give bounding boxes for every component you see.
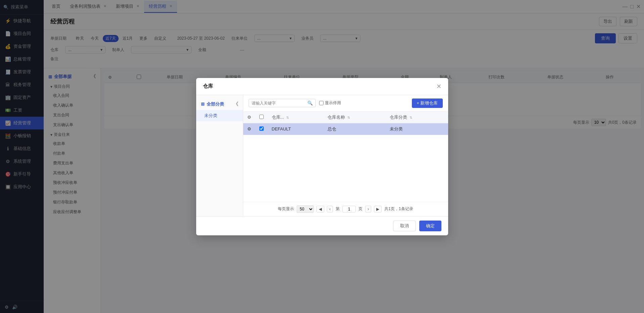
collapse-modal-left[interactable]: 《 bbox=[233, 101, 238, 107]
modal-table-wrap: ⚙ 仓库... ⇅ 仓库名称 ⇅ 仓库分类 bbox=[243, 112, 448, 202]
modal-col-category: 仓库分类 ⇅ bbox=[386, 112, 448, 123]
modal-per-page-select[interactable]: 5020100 bbox=[297, 205, 314, 213]
modal-code-label: 仓库... bbox=[272, 115, 284, 120]
modal-page-label: 第 bbox=[336, 206, 340, 212]
table-row[interactable]: ⚙ DEFAULT 总仓 未分类 bbox=[243, 123, 448, 135]
modal-search-input[interactable] bbox=[252, 101, 307, 106]
modal-search-wrap: 🔍 bbox=[249, 99, 316, 107]
modal-pagination: 每页显示 5020100 ◀ ‹ 第 页 › ▶ 共1页，1条记录 bbox=[243, 202, 448, 216]
modal-close-button[interactable]: ✕ bbox=[436, 83, 441, 90]
modal-category-label: 仓库分类 bbox=[390, 115, 407, 120]
modal-next-page[interactable]: › bbox=[365, 206, 371, 212]
modal-name-label: 仓库名称 bbox=[328, 115, 345, 120]
modal-toolbar: 🔍 显示停用 + 新增仓库 bbox=[243, 95, 448, 112]
modal-body: ⊞ 全部分类 《 未分类 🔍 显示停用 + 新增仓库 bbox=[196, 95, 448, 216]
modal-col-checkbox[interactable] bbox=[255, 112, 268, 123]
row-code: DEFAULT bbox=[268, 123, 324, 135]
modal-left-panel: ⊞ 全部分类 《 未分类 bbox=[196, 95, 243, 216]
modal-col-settings[interactable]: ⚙ bbox=[243, 112, 255, 123]
warehouse-modal: 仓库 ✕ ⊞ 全部分类 《 未分类 🔍 显示停用 bbox=[196, 78, 448, 235]
modal-title: 仓库 bbox=[203, 83, 213, 89]
row-checkbox[interactable] bbox=[255, 123, 268, 135]
sort-icon-category: ⇅ bbox=[410, 116, 412, 119]
modal-page-suffix: 页 bbox=[358, 206, 362, 212]
confirm-button[interactable]: 确定 bbox=[419, 221, 441, 231]
modal-first-page[interactable]: ◀ bbox=[316, 206, 324, 212]
modal-right-panel: 🔍 显示停用 + 新增仓库 ⚙ 仓库... bbox=[243, 95, 448, 216]
modal-table-header: ⚙ 仓库... ⇅ 仓库名称 ⇅ 仓库分类 bbox=[243, 112, 448, 123]
modal-all-category[interactable]: ⊞ 全部分类 《 bbox=[196, 99, 243, 110]
all-category-label: 全部分类 bbox=[207, 101, 224, 107]
modal-per-page-label: 每页显示 bbox=[278, 206, 294, 212]
modal-col-name: 仓库名称 ⇅ bbox=[324, 112, 386, 123]
modal-page-input[interactable] bbox=[342, 206, 356, 212]
modal-table: ⚙ 仓库... ⇅ 仓库名称 ⇅ 仓库分类 bbox=[243, 112, 448, 135]
modal-last-page[interactable]: ▶ bbox=[374, 206, 382, 212]
row-name: 总仓 bbox=[324, 123, 386, 135]
modal-prev-page[interactable]: ‹ bbox=[327, 206, 333, 212]
modal-header: 仓库 ✕ bbox=[196, 78, 448, 95]
modal-uncategorized[interactable]: 未分类 bbox=[196, 110, 243, 121]
modal-total-info: 共1页，1条记录 bbox=[384, 206, 413, 212]
row-settings[interactable]: ⚙ bbox=[243, 123, 255, 135]
sort-icon-code: ⇅ bbox=[286, 116, 289, 119]
show-disabled-checkbox[interactable] bbox=[319, 101, 324, 105]
modal-search-icon: 🔍 bbox=[307, 101, 313, 106]
cancel-button[interactable]: 取消 bbox=[393, 221, 416, 231]
grid-icon-2: ⊞ bbox=[201, 102, 205, 107]
modal-col-code: 仓库... ⇅ bbox=[268, 112, 324, 123]
add-warehouse-button[interactable]: + 新增仓库 bbox=[412, 99, 442, 108]
row-category: 未分类 bbox=[386, 123, 448, 135]
sort-icon-name: ⇅ bbox=[347, 116, 350, 119]
show-disabled-label[interactable]: 显示停用 bbox=[319, 100, 341, 106]
modal-footer: 取消 确定 bbox=[196, 216, 448, 235]
